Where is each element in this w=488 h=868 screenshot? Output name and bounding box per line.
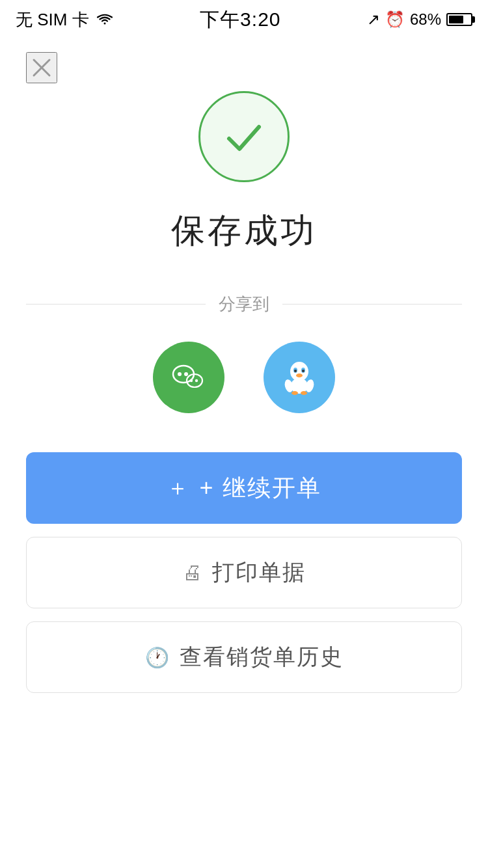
share-divider: 分享到 bbox=[26, 293, 462, 316]
divider-right bbox=[282, 304, 462, 305]
status-bar: 无 SIM 卡 下午3:20 ↗ ⏰ 68% bbox=[0, 0, 488, 39]
printer-icon: 🖨 bbox=[182, 562, 203, 584]
qq-icon bbox=[279, 357, 319, 398]
continue-order-button[interactable]: ＋ + 继续开单 bbox=[26, 452, 462, 524]
svg-point-3 bbox=[178, 372, 182, 376]
svg-point-17 bbox=[284, 379, 295, 393]
checkmark-icon bbox=[221, 114, 267, 159]
svg-point-16 bbox=[301, 391, 307, 395]
action-buttons: ＋ + 继续开单 🖨 打印单据 🕐 查看销货单历史 bbox=[26, 452, 462, 693]
success-circle bbox=[198, 91, 290, 182]
svg-point-13 bbox=[296, 373, 303, 377]
status-time: 下午3:20 bbox=[200, 7, 280, 33]
carrier-label: 无 SIM 卡 bbox=[16, 8, 89, 31]
battery-icon bbox=[446, 13, 472, 26]
status-left: 无 SIM 卡 bbox=[16, 8, 114, 31]
svg-point-12 bbox=[302, 370, 305, 372]
share-icons bbox=[26, 342, 462, 413]
success-section: 保存成功 分享到 bbox=[26, 39, 462, 693]
wifi-icon bbox=[96, 13, 114, 26]
location-icon: ↗ bbox=[367, 10, 380, 29]
print-label: 打印单据 bbox=[212, 558, 306, 588]
svg-point-15 bbox=[291, 391, 298, 395]
history-label: 查看销货单历史 bbox=[180, 642, 344, 672]
plus-icon: ＋ bbox=[167, 473, 190, 503]
wechat-share-button[interactable] bbox=[153, 342, 224, 413]
divider-left bbox=[26, 304, 206, 305]
close-icon bbox=[30, 56, 53, 79]
svg-point-10 bbox=[294, 370, 297, 372]
qq-share-button[interactable] bbox=[264, 342, 335, 413]
status-right: ↗ ⏰ 68% bbox=[367, 10, 472, 29]
share-section: 分享到 bbox=[26, 293, 462, 413]
svg-point-6 bbox=[190, 379, 193, 382]
alarm-icon: ⏰ bbox=[385, 10, 405, 29]
close-button[interactable] bbox=[26, 52, 57, 83]
main-content: 保存成功 分享到 bbox=[0, 39, 488, 693]
clock-icon: 🕐 bbox=[145, 646, 170, 669]
print-button[interactable]: 🖨 打印单据 bbox=[26, 537, 462, 608]
svg-point-18 bbox=[305, 379, 316, 393]
wechat-icon bbox=[169, 357, 209, 398]
share-label: 分享到 bbox=[206, 293, 282, 316]
svg-point-4 bbox=[184, 372, 188, 376]
continue-order-label: + 继续开单 bbox=[199, 472, 321, 504]
history-button[interactable]: 🕐 查看销货单历史 bbox=[26, 621, 462, 693]
battery-percent: 68% bbox=[410, 10, 441, 29]
svg-point-7 bbox=[195, 379, 198, 382]
success-title: 保存成功 bbox=[171, 208, 317, 254]
